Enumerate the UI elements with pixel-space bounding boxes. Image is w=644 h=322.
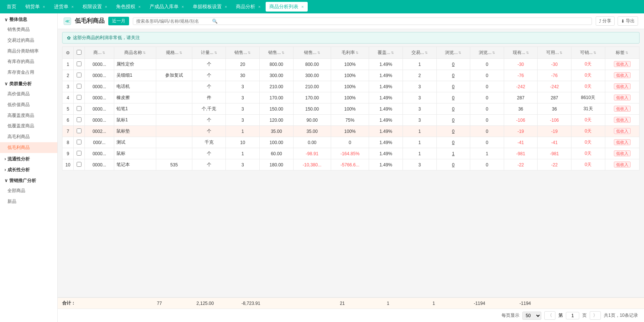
row-view1[interactable]: 0 <box>436 103 470 115</box>
row-checkbox[interactable] <box>74 159 85 170</box>
sidebar-item-high-coverage[interactable]: 高覆盖度商品 <box>0 110 57 121</box>
sidebar-item-low-margin[interactable]: 低毛利商品 <box>0 142 57 153</box>
row-view1[interactable]: 0 <box>436 70 470 81</box>
col-unit[interactable]: 计量...⇅ <box>192 47 226 59</box>
view1-link[interactable]: 0 <box>452 73 455 78</box>
close-icon[interactable]: × <box>138 4 141 9</box>
row-checkbox[interactable] <box>74 148 85 159</box>
view1-link[interactable]: 0 <box>452 140 455 145</box>
sidebar-item-sales-products[interactable]: 销售类商品 <box>0 24 57 35</box>
row-checkbox[interactable] <box>74 59 85 70</box>
row-checkbox[interactable] <box>74 126 85 137</box>
nav-product-entry[interactable]: 产成品入库单 × <box>146 2 188 12</box>
col-checkbox[interactable] <box>74 47 85 59</box>
page-number-input[interactable] <box>566 312 579 319</box>
view1-link[interactable]: 0 <box>452 118 455 123</box>
sidebar-item-all-products[interactable]: 全部商品 <box>0 185 57 196</box>
view1-link[interactable]: 1 <box>452 151 455 156</box>
row-checkbox[interactable] <box>74 103 85 115</box>
row-name[interactable]: 橡皮擦 <box>114 92 156 103</box>
row-view1[interactable]: 0 <box>436 126 470 137</box>
row-select-checkbox[interactable] <box>77 140 81 144</box>
nav-product-analysis-list[interactable]: 商品分析列表 × <box>266 2 307 12</box>
col-spec[interactable]: 规格...⇅ <box>156 47 192 59</box>
collapse-sidebar-button[interactable]: ≪ <box>64 17 71 25</box>
col-config[interactable]: ⚙ <box>63 47 74 59</box>
sidebar-item-low-coverage[interactable]: 低覆盖度商品 <box>0 121 57 131</box>
close-icon[interactable]: × <box>43 4 45 9</box>
row-view1[interactable]: 1 <box>436 148 470 159</box>
col-margin[interactable]: 毛利率⇅ <box>331 47 369 59</box>
row-name[interactable]: 鼠标垫 <box>114 126 156 137</box>
close-icon[interactable]: × <box>105 4 107 9</box>
sidebar-item-category-rate[interactable]: 商品分类助销率 <box>0 46 57 57</box>
row-checkbox[interactable] <box>74 137 85 148</box>
row-checkbox[interactable] <box>74 70 85 81</box>
nav-permissions[interactable]: 权限设置 × <box>79 2 111 12</box>
view1-link[interactable]: 0 <box>452 162 455 168</box>
sidebar-item-traded-products[interactable]: 交易过的商品 <box>0 35 57 46</box>
row-name[interactable]: 属性定价 <box>114 59 156 70</box>
sidebar-group-marketing[interactable]: ∨ 营销推广分析 <box>0 175 57 185</box>
share-button[interactable]: ⤴ 分享 <box>596 16 615 26</box>
nav-template[interactable]: 单据模板设置 × <box>189 2 231 12</box>
next-page-button[interactable]: 〉 <box>590 311 601 320</box>
col-trade[interactable]: 交易...⇅ <box>403 47 436 59</box>
view1-link[interactable]: 0 <box>452 95 455 101</box>
row-view1[interactable]: 0 <box>436 159 470 170</box>
export-button[interactable]: ⬇ 导出 <box>618 16 638 26</box>
row-select-checkbox[interactable] <box>77 95 81 100</box>
col-available[interactable]: 可用...⇅ <box>538 47 571 59</box>
sidebar-item-low-value[interactable]: 低价值商品 <box>0 99 57 110</box>
row-name[interactable]: 鼠标1 <box>114 115 156 126</box>
row-view1[interactable]: 0 <box>436 137 470 148</box>
sidebar-group-overall[interactable]: ∨ 整体信息 <box>0 13 57 24</box>
close-icon[interactable]: × <box>182 4 184 9</box>
nav-roles[interactable]: 角色授权 × <box>112 2 144 12</box>
col-sellable[interactable]: 可销...⇅ <box>571 47 605 59</box>
row-select-checkbox[interactable] <box>77 128 81 133</box>
sidebar-group-cluster[interactable]: ∨ 类群量分析 <box>0 78 57 89</box>
view1-link[interactable]: 0 <box>452 62 455 67</box>
row-select-checkbox[interactable] <box>77 61 81 66</box>
row-name[interactable]: 鼠标 <box>114 148 156 159</box>
row-select-checkbox[interactable] <box>77 106 81 111</box>
view1-link[interactable]: 0 <box>452 106 455 112</box>
nav-sales[interactable]: 销货单 × <box>22 2 49 12</box>
sidebar-item-high-value[interactable]: 高价值商品 <box>0 89 57 99</box>
row-view1[interactable]: 0 <box>436 59 470 70</box>
row-view1[interactable]: 0 <box>436 92 470 103</box>
row-view1[interactable]: 0 <box>436 115 470 126</box>
sidebar-group-flow[interactable]: › 流通性分析 <box>0 153 57 164</box>
row-name[interactable]: 吴细细1 <box>114 70 156 81</box>
col-code[interactable]: 商...⇅ <box>85 47 114 59</box>
col-stock[interactable]: 现有...⇅ <box>504 47 538 59</box>
row-select-checkbox[interactable] <box>77 73 81 77</box>
close-icon[interactable]: × <box>301 4 304 9</box>
close-icon[interactable]: × <box>258 4 260 9</box>
sidebar-item-in-stock[interactable]: 有库存的商品 <box>0 56 57 67</box>
col-tag[interactable]: 标签⇅ <box>605 47 639 59</box>
nav-purchase[interactable]: 进货单 × <box>50 2 77 12</box>
row-view1[interactable]: 0 <box>436 81 470 92</box>
row-checkbox[interactable] <box>74 92 85 103</box>
row-name[interactable]: 测试 <box>114 137 156 148</box>
page-size-select[interactable]: 50 100 200 <box>522 312 541 320</box>
view1-link[interactable]: 0 <box>452 129 455 134</box>
sidebar-item-capital[interactable]: 库存资金占用 <box>0 67 57 78</box>
row-checkbox[interactable] <box>74 81 85 92</box>
row-select-checkbox[interactable] <box>77 117 81 122</box>
nav-product-analysis[interactable]: 商品分析 × <box>232 2 264 12</box>
search-icon[interactable]: 🔍 <box>212 19 218 24</box>
row-select-checkbox[interactable] <box>77 84 81 89</box>
search-input[interactable] <box>136 19 211 24</box>
col-name[interactable]: 商品名称⇅ <box>114 47 156 59</box>
row-name[interactable]: 铅笔1 <box>114 103 156 115</box>
row-name[interactable]: 笔记本 <box>114 159 156 170</box>
col-sales3[interactable]: 销售...⇅ <box>293 47 331 59</box>
col-cover[interactable]: 覆盖...⇅ <box>369 47 403 59</box>
row-select-checkbox[interactable] <box>77 151 81 156</box>
close-icon[interactable]: × <box>71 4 74 9</box>
col-view1[interactable]: 浏览...⇅ <box>436 47 470 59</box>
col-sales1[interactable]: 销售...⇅ <box>226 47 260 59</box>
